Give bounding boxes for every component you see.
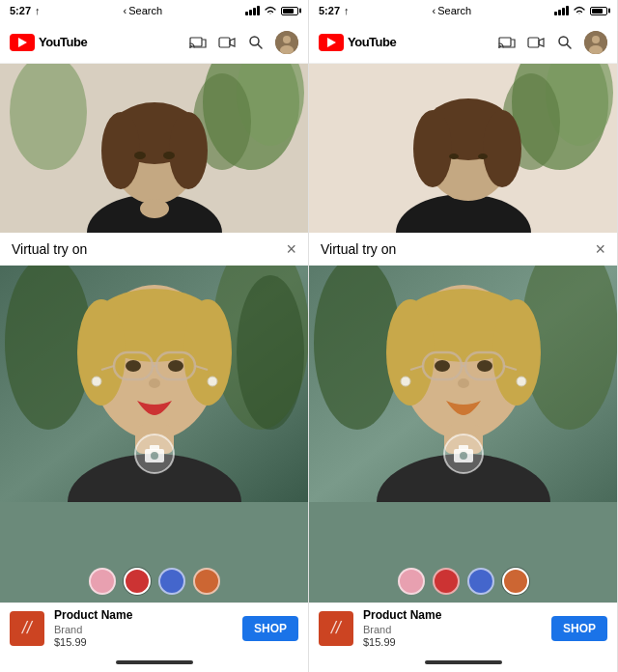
location-arrow-left: ↑ [35, 5, 41, 16]
svg-point-29 [183, 299, 232, 406]
svg-point-87 [460, 452, 467, 460]
svg-point-17 [169, 112, 208, 189]
yt-play-triangle-left [18, 38, 27, 47]
svg-point-25 [237, 275, 304, 430]
yt-logo-right: YouTube [319, 34, 396, 51]
video-area-left [0, 64, 308, 233]
swatch-red-right[interactable] [433, 568, 460, 595]
product-name-left: Product Name [54, 608, 233, 624]
ar-content-right [309, 266, 617, 502]
product-brand-left: Brand [54, 623, 233, 636]
yt-nav-icons-right [497, 31, 607, 54]
back-chevron-left: ‹ [124, 5, 127, 16]
video-camera-icon-left[interactable] [217, 33, 237, 52]
svg-point-51 [592, 36, 600, 43]
yt-navbar-left: YouTube [0, 21, 308, 64]
time-right: 5:27 [319, 5, 340, 16]
yt-wordmark-left: YouTube [39, 35, 87, 49]
swatch-pink-left[interactable] [89, 568, 116, 595]
svg-point-64 [478, 154, 488, 159]
bar4 [257, 6, 260, 15]
swatch-orange-left[interactable] [193, 568, 220, 595]
ar-content-left [0, 266, 308, 502]
svg-point-81 [517, 377, 526, 386]
signal-bars-right [554, 6, 569, 15]
svg-point-28 [77, 299, 126, 406]
back-button-left[interactable]: ‹ Search [124, 5, 163, 16]
signal-bars-left [245, 6, 260, 15]
bar4r [566, 6, 569, 15]
wifi-icon-right [573, 6, 586, 15]
svg-point-45 [151, 452, 158, 460]
bar3r [562, 8, 565, 15]
avatar-right[interactable] [584, 31, 607, 54]
back-button-right[interactable]: ‹ Search [433, 5, 472, 16]
svg-point-19 [163, 152, 175, 159]
close-button-right[interactable]: × [595, 240, 605, 258]
back-label-left[interactable]: Search [128, 5, 162, 16]
status-left-left: 5:27 ↑ [10, 5, 41, 16]
search-icon-left[interactable] [246, 33, 266, 52]
back-label-right[interactable]: Search [437, 5, 471, 16]
product-slash-icon-left: // [20, 618, 34, 638]
home-indicator-right [309, 653, 617, 672]
svg-point-38 [92, 377, 101, 386]
svg-rect-2 [219, 38, 230, 47]
video-camera-icon-right[interactable] [526, 33, 546, 52]
video-content-left [0, 64, 308, 233]
svg-point-77 [435, 360, 450, 372]
ar-view-right [309, 266, 617, 602]
product-bar-left: // Product Name Brand $15.99 SHOP [0, 602, 308, 653]
try-on-header-right: Virtual try on × [309, 233, 617, 266]
svg-point-79 [458, 378, 469, 388]
shop-button-right[interactable]: SHOP [551, 616, 607, 641]
swatch-orange-right[interactable] [502, 568, 529, 595]
home-indicator-left [0, 653, 308, 672]
cast-icon-right[interactable] [497, 33, 517, 52]
yt-logo-icon-right [319, 34, 344, 51]
product-thumbnail-left: // [10, 611, 44, 646]
product-bar-right: // Product Name Brand $15.99 SHOP [309, 602, 617, 653]
svg-point-71 [492, 299, 541, 406]
svg-rect-48 [528, 38, 539, 47]
avatar-left[interactable] [275, 31, 298, 54]
svg-point-5 [283, 36, 291, 43]
svg-rect-86 [459, 445, 468, 450]
try-on-title-left: Virtual try on [12, 241, 87, 257]
svg-point-16 [101, 112, 140, 189]
close-button-left[interactable]: × [286, 240, 296, 258]
svg-rect-0 [190, 38, 202, 46]
product-info-right: Product Name Brand $15.99 [363, 608, 542, 649]
video-content-right [309, 64, 617, 233]
search-icon-right[interactable] [555, 33, 575, 52]
swatch-blue-right[interactable] [467, 568, 494, 595]
swatch-pink-right[interactable] [398, 568, 425, 595]
swatch-blue-left[interactable] [158, 568, 185, 595]
svg-rect-46 [499, 38, 511, 46]
back-chevron-right: ‹ [433, 5, 436, 16]
svg-point-18 [134, 152, 146, 159]
home-bar-left [116, 660, 193, 664]
product-brand-right: Brand [363, 623, 542, 636]
shop-button-left[interactable]: SHOP [242, 616, 298, 641]
try-on-panel-right: Virtual try on × [309, 233, 617, 653]
svg-point-70 [386, 299, 435, 406]
svg-point-61 [413, 110, 452, 187]
yt-logo-left: YouTube [10, 34, 87, 51]
svg-rect-44 [150, 445, 159, 450]
status-right-right [554, 6, 607, 15]
svg-point-36 [168, 360, 183, 372]
product-name-right: Product Name [363, 608, 542, 624]
battery-icon-left [281, 7, 298, 15]
color-swatches-right [309, 568, 617, 595]
status-bar-left: 5:27 ↑ ‹ Search [0, 0, 308, 21]
time-left: 5:27 [10, 5, 31, 16]
product-price-left: $15.99 [54, 636, 233, 648]
swatch-red-left[interactable] [124, 568, 151, 595]
product-slash-icon-right: // [329, 618, 343, 638]
bar3 [253, 8, 256, 15]
svg-point-35 [126, 360, 141, 372]
svg-point-37 [149, 378, 160, 388]
cast-icon-left[interactable] [188, 33, 208, 52]
svg-point-63 [449, 154, 459, 159]
